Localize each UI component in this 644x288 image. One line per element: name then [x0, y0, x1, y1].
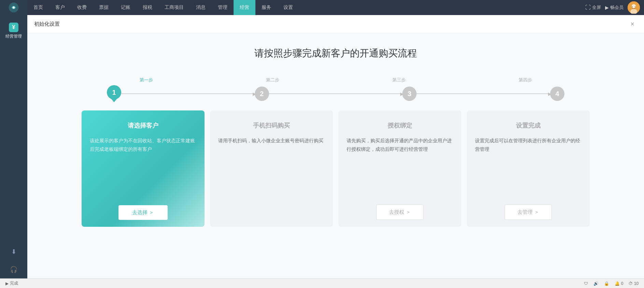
nav-business[interactable]: 工商项目 — [158, 0, 190, 15]
vip-btn[interactable]: ▶ 畅会员 — [605, 4, 624, 11]
main-layout: ¥ 经营管理 ⬇ 🎧 初始化设置 × 请按照步骤完成新客户的开通购买流程 第一步… — [0, 15, 644, 278]
go-manage-button[interactable]: 去管理 ＞ — [505, 205, 552, 220]
card-1-desc: 该处展示的客户为不在回收站、客户状态正常建账后完成老板端绑定的所有客户 — [90, 136, 196, 198]
step-label-2: 第二步 — [209, 77, 336, 83]
step-label-3: 第三步 — [336, 77, 462, 83]
card-2-title: 手机扫码购买 — [218, 119, 325, 135]
card-4-desc: 设置完成后可以在管理列表进行所有企业用户的经营管理 — [475, 136, 582, 198]
play-status-icon: ▶ — [5, 281, 9, 286]
cards-row: 请选择客户 该处展示的客户为不在回收站、客户状态正常建账后完成老板端绑定的所有客… — [80, 110, 592, 227]
lock-status-icon: 🔒 — [604, 281, 609, 286]
notification-icon[interactable]: 🔔 0 — [615, 281, 623, 286]
steps-container: 第一步 第二步 第三步 第四步 1 ▶ — [48, 77, 624, 227]
card-4-title: 设置完成 — [475, 119, 582, 135]
step-card-4: 设置完成 设置完成后可以在管理列表进行所有企业用户的经营管理 去管理 ＞ — [467, 110, 590, 227]
step-labels-row: 第一步 第二步 第三步 第四步 — [80, 77, 592, 83]
nav-settings[interactable]: 设置 — [277, 0, 299, 15]
vip-label: 畅会员 — [610, 4, 624, 11]
sidebar: ¥ 经营管理 ⬇ 🎧 — [0, 15, 27, 278]
nav-customer[interactable]: 客户 — [49, 0, 71, 15]
sidebar-item-headset[interactable]: 🎧 — [0, 261, 27, 278]
step-2-circle: 2 — [255, 87, 269, 101]
step-1-circle-wrapper: 1 — [107, 85, 121, 102]
step-2-circle-wrapper: 2 — [255, 87, 269, 101]
nav-account[interactable]: 记账 — [115, 0, 137, 15]
nav-items: 首页 客户 收费 票据 记账 报税 工商项目 消息 管理 经营 服务 设置 — [27, 0, 585, 15]
step-4-circle-wrapper: 4 — [550, 87, 564, 101]
play-status-btn[interactable]: ▶ 完成 — [5, 280, 18, 286]
nav-service[interactable]: 服务 — [255, 0, 277, 15]
line-2-3 — [269, 93, 402, 94]
nav-tax[interactable]: 报税 — [137, 0, 158, 15]
step-3-circle-wrapper: 3 — [402, 87, 417, 101]
step-3-circle: 3 — [402, 87, 417, 101]
card-3-title: 授权绑定 — [347, 119, 453, 135]
content-title: 初始化设置 — [34, 21, 60, 27]
card-4-btn-wrapper: 去管理 ＞ — [505, 205, 552, 220]
step-4-circle: 4 — [550, 87, 564, 101]
sidebar-item-download[interactable]: ⬇ — [0, 243, 27, 261]
download-icon: ⬇ — [9, 247, 18, 257]
nav-fee[interactable]: 收费 — [71, 0, 93, 15]
avatar[interactable] — [628, 1, 640, 14]
nav-home[interactable]: 首页 — [27, 0, 49, 15]
page-title: 请按照步骤完成新客户的开通购买流程 — [48, 47, 624, 60]
go-select-button[interactable]: 去选择 ＞ — [118, 205, 168, 220]
status-label: 完成 — [10, 280, 18, 286]
sidebar-item-label: 经营管理 — [5, 34, 22, 39]
yuan-icon: ¥ — [9, 23, 18, 32]
line-1-2 — [121, 93, 254, 94]
content-area: 初始化设置 × 请按照步骤完成新客户的开通购买流程 第一步 第二步 第三步 第四… — [27, 15, 644, 278]
go-authorize-button[interactable]: 去授权 ＞ — [376, 205, 423, 220]
time-icon: ⏱ 10 — [629, 281, 639, 286]
card-3-btn-wrapper: 去授权 ＞ — [376, 205, 423, 220]
step-card-2: 手机扫码购买 请用手机扫码，输入小微企业主账号密码进行购买 — [210, 110, 333, 227]
card-1-title: 请选择客户 — [90, 119, 196, 135]
fullscreen-icon: ⛶ — [585, 4, 591, 11]
step-card-1: 请选择客户 该处展示的客户为不在回收站、客户状态正常建账后完成老板端绑定的所有客… — [82, 110, 205, 227]
speaker-status-icon[interactable]: 🔊 — [593, 281, 599, 286]
sidebar-item-operation[interactable]: ¥ 经营管理 — [0, 18, 27, 43]
content-header: 初始化设置 × — [27, 15, 644, 33]
play-icon: ▶ — [605, 5, 609, 10]
card-3-desc: 请先购买，购买后选择开通的产品中的企业用户进行授权绑定，成功后即可进行经营管理 — [347, 136, 453, 198]
svg-point-6 — [635, 6, 636, 8]
step-label-4: 第四步 — [462, 77, 588, 83]
svg-point-5 — [632, 6, 633, 8]
logo — [0, 0, 27, 15]
close-button[interactable]: × — [628, 19, 637, 29]
step-circles-row: 1 ▶ 2 ▶ 3 — [80, 85, 592, 102]
nav-right: ⛶ 全屏 ▶ 畅会员 — [585, 1, 644, 14]
line-3-4 — [417, 93, 549, 94]
card-2-desc: 请用手机扫码，输入小微企业主账号密码进行购买 — [218, 136, 325, 220]
nav-operation[interactable]: 经营 — [234, 0, 255, 15]
fullscreen-btn[interactable]: ⛶ 全屏 — [585, 4, 601, 11]
step-1-circle: 1 — [107, 85, 121, 100]
shield-status-icon: 🛡 — [584, 281, 588, 286]
status-bar-right: 🛡 🔊 🔒 🔔 0 ⏱ 10 — [584, 281, 639, 286]
top-nav: 首页 客户 收费 票据 记账 报税 工商项目 消息 管理 经营 服务 设置 ⛶ … — [0, 0, 644, 15]
nav-message[interactable]: 消息 — [190, 0, 212, 15]
status-bar: ▶ 完成 🛡 🔊 🔒 🔔 0 ⏱ 10 — [0, 278, 644, 288]
svg-point-3 — [632, 4, 636, 8]
svg-point-1 — [13, 6, 15, 9]
nav-manage[interactable]: 管理 — [212, 0, 234, 15]
content-body: 请按照步骤完成新客户的开通购买流程 第一步 第二步 第三步 第四步 1 — [27, 33, 644, 278]
card-1-btn-wrapper: 去选择 ＞ — [118, 205, 168, 220]
step-card-3: 授权绑定 请先购买，购买后选择开通的产品中的企业用户进行授权绑定，成功后即可进行… — [338, 110, 461, 227]
headset-icon: 🎧 — [9, 265, 18, 274]
fullscreen-label: 全屏 — [592, 4, 601, 11]
nav-bill[interactable]: 票据 — [93, 0, 115, 15]
step-label-1: 第一步 — [83, 77, 209, 83]
